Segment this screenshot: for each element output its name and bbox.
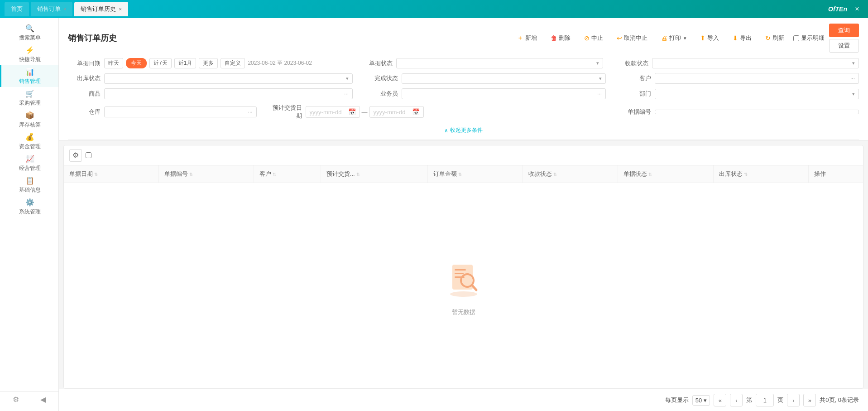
page-number-input[interactable]: 1 xyxy=(756,394,774,406)
next-page-btn[interactable]: › xyxy=(787,394,800,406)
date-range-text: 2023-06-02 至 2023-06-02 xyxy=(248,59,312,67)
col-bill-status-label: 单据状态 xyxy=(623,170,647,178)
sidebar-item-purchase[interactable]: 🛒 采购管理 xyxy=(0,87,58,109)
filter-row3: 商品 ··· 业务员 ··· 部门 xyxy=(68,88,859,99)
tab-home[interactable]: 首页 xyxy=(5,2,29,16)
sort-customer-icon: ⇅ xyxy=(273,172,276,177)
quicknav-icon: ⚡ xyxy=(25,46,34,54)
prev-page-btn[interactable]: ‹ xyxy=(730,394,743,406)
date-btn-custom[interactable]: 自定义 xyxy=(221,58,245,68)
date-btn-yesterday[interactable]: 昨天 xyxy=(104,58,123,68)
last-page-btn[interactable]: » xyxy=(803,394,816,406)
warehouse-label: 仓库 xyxy=(68,108,101,116)
sidebar-item-basic-info[interactable]: 📋 基础信息 xyxy=(0,174,58,196)
customer-more-icon[interactable]: ··· xyxy=(850,75,855,82)
delivery-end-date[interactable]: yyyy-mm-dd 📅 xyxy=(369,106,424,118)
outbound-status-select[interactable]: ▾ xyxy=(104,73,353,84)
col-delivery-label: 预计交货... xyxy=(326,170,355,178)
col-amount-label: 订单金额 xyxy=(433,170,457,178)
cancel-stop-button[interactable]: ↩ 取消中止 xyxy=(612,32,652,44)
collapse-row[interactable]: ∧ 收起更多条件 xyxy=(68,125,859,136)
bill-no-label: 单据编号 xyxy=(619,108,651,116)
bill-status-select[interactable]: ▾ xyxy=(396,58,603,68)
sidebar-settings-btn[interactable]: ⚙ xyxy=(13,395,19,404)
go-page-suffix: 页 xyxy=(777,396,783,404)
svg-point-0 xyxy=(450,291,477,297)
table-select-all-checkbox[interactable] xyxy=(86,152,91,158)
sidebar-item-quicknav[interactable]: ⚡ 快捷导航 xyxy=(0,44,58,65)
first-page-btn[interactable]: « xyxy=(714,394,726,406)
delivery-end-calendar-icon[interactable]: 📅 xyxy=(412,108,420,116)
product-input[interactable]: ··· xyxy=(104,88,353,99)
query-button[interactable]: 查询 xyxy=(829,24,859,37)
sidebar-item-finance[interactable]: 💰 资金管理 xyxy=(0,131,58,152)
tab-sales-order[interactable]: 销售订单 × xyxy=(31,2,72,16)
sort-bill-no-icon: ⇅ xyxy=(189,172,193,177)
tab-sales-order-history-close[interactable]: × xyxy=(119,6,121,12)
sort-customer[interactable]: 客户 ⇅ xyxy=(259,170,276,178)
product-more-icon[interactable]: ··· xyxy=(344,91,349,97)
tab-sales-order-history[interactable]: 销售订单历史 × xyxy=(74,2,128,16)
sidebar-item-basic-info-label: 基础信息 xyxy=(19,186,41,194)
sidebar-item-operations[interactable]: 📈 经营管理 xyxy=(0,152,58,174)
product-label: 商品 xyxy=(68,90,101,98)
salesperson-input[interactable]: ··· xyxy=(402,88,606,99)
completion-select[interactable]: ▾ xyxy=(402,73,606,84)
add-button[interactable]: ＋ 新增 xyxy=(513,32,542,44)
sidebar-item-system-label: 系统管理 xyxy=(19,208,41,216)
sort-date[interactable]: 单据日期 ⇅ xyxy=(69,170,98,178)
date-btn-7days[interactable]: 近7天 xyxy=(149,58,172,68)
print-label: 打印 xyxy=(669,34,681,42)
sort-payment-status[interactable]: 收款状态 ⇅ xyxy=(528,170,557,178)
sidebar-item-system[interactable]: ⚙️ 系统管理 xyxy=(0,196,58,218)
delivery-date-input: yyyy-mm-dd 📅 — yyyy-mm-dd 📅 xyxy=(306,106,424,118)
display-toggle-checkbox[interactable] xyxy=(793,35,799,41)
warehouse-input[interactable]: ··· xyxy=(104,106,257,117)
sort-amount[interactable]: 订单金额 ⇅ xyxy=(433,170,462,178)
sidebar-collapse-btn[interactable]: ◀ xyxy=(40,395,46,404)
table-settings-btn[interactable]: ⚙ xyxy=(69,149,82,162)
col-payment-status: 收款状态 ⇅ xyxy=(523,165,618,183)
salesperson-more-icon[interactable]: ··· xyxy=(597,91,602,97)
empty-illustration xyxy=(441,256,486,301)
delivery-start-calendar-icon[interactable]: 📅 xyxy=(348,108,356,116)
sidebar-item-operations-label: 经营管理 xyxy=(19,164,41,172)
sales-icon: 📊 xyxy=(25,68,34,76)
display-toggle: 显示明细 xyxy=(793,34,825,42)
page-size-select[interactable]: 50 ▾ xyxy=(692,395,710,406)
sort-delivery[interactable]: 预计交货... ⇅ xyxy=(326,170,360,178)
delivery-start-date[interactable]: yyyy-mm-dd 📅 xyxy=(306,106,360,118)
settings-button[interactable]: 设置 xyxy=(829,39,859,53)
sidebar-item-sales[interactable]: 📊 销售管理 xyxy=(0,65,58,87)
date-btn-more[interactable]: 更多 xyxy=(199,58,218,68)
table-section: ⚙ 单据日期 ⇅ 单据编号 xyxy=(63,145,863,389)
import-button[interactable]: ⬆ 导入 xyxy=(695,32,724,44)
col-operations-label: 操作 xyxy=(814,170,826,177)
sort-bill-status[interactable]: 单据状态 ⇅ xyxy=(623,170,652,178)
status-filter-group1: 单据状态 ▾ xyxy=(360,58,603,68)
date-btn-1month[interactable]: 近1月 xyxy=(174,58,197,68)
department-select[interactable]: ▾ xyxy=(655,89,859,99)
export-button[interactable]: ⬇ 导出 xyxy=(728,32,756,44)
sort-bill-status-icon: ⇅ xyxy=(648,172,652,177)
delete-button[interactable]: 🗑 删除 xyxy=(546,32,575,44)
stop-button[interactable]: ⊘ 中止 xyxy=(580,32,608,44)
print-button[interactable]: 🖨 打印 xyxy=(657,32,691,44)
bill-no-input[interactable] xyxy=(655,110,859,114)
sort-outbound-status[interactable]: 出库状态 ⇅ xyxy=(719,170,748,178)
tab-sales-order-label: 销售订单 xyxy=(37,5,61,13)
filter-row4: 仓库 ··· 预计交货日期 yyyy-mm-dd 📅 — xyxy=(68,104,859,120)
sidebar-item-inventory-label: 库存核算 xyxy=(19,121,41,129)
top-close-button[interactable]: × xyxy=(851,3,863,15)
sidebar-item-inventory[interactable]: 📦 库存核算 xyxy=(0,109,58,131)
export-label: 导出 xyxy=(740,34,752,42)
bill-no-filter: 单据编号 xyxy=(619,108,859,116)
payment-status-select[interactable]: ▾ xyxy=(652,58,859,68)
sort-bill-no[interactable]: 单据编号 ⇅ xyxy=(164,170,193,178)
customer-input[interactable]: ··· xyxy=(655,73,859,84)
tab-sales-order-close[interactable]: × xyxy=(63,6,66,12)
warehouse-more-icon[interactable]: ··· xyxy=(248,109,253,115)
refresh-button[interactable]: ↻ 刷新 xyxy=(761,32,789,44)
date-btn-today[interactable]: 今天 xyxy=(126,58,147,68)
sidebar-item-search[interactable]: 🔍 搜索菜单 xyxy=(0,22,58,44)
